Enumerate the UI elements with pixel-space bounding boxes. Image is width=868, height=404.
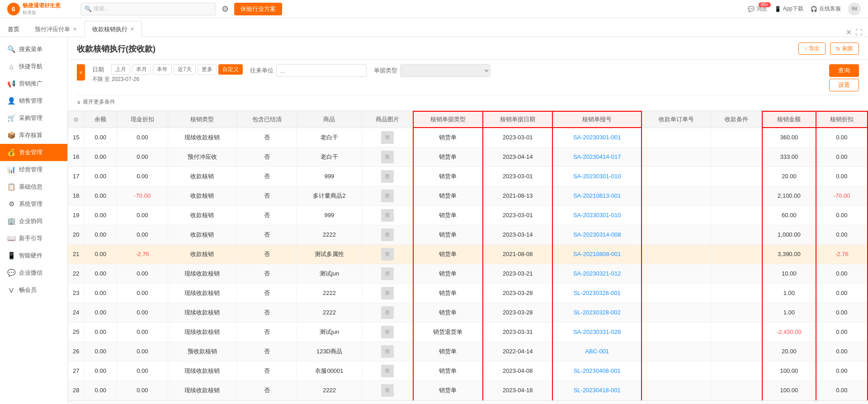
bill-report-no-link[interactable]: SA-20230301-010 bbox=[573, 212, 621, 219]
partner-input[interactable] bbox=[276, 64, 367, 77]
cell-write-off-type: 收款核销 bbox=[168, 205, 237, 225]
tab-receipt[interactable]: 收款核销执行 ✕ bbox=[85, 21, 142, 37]
cell-cash-discount: 0.00 bbox=[117, 128, 168, 147]
tab-prepay[interactable]: 预付冲应付单 ✕ bbox=[27, 21, 85, 37]
sidebar-item-operation[interactable]: 📊 经营管理 bbox=[0, 161, 67, 178]
cell-bill-report-no[interactable]: SL-20230418-001 bbox=[552, 380, 642, 400]
bill-report-no-link[interactable]: SA-20210808-001 bbox=[573, 251, 621, 257]
mobile-icon: 📱 bbox=[774, 6, 781, 12]
sidebar-item-system[interactable]: ⚙ 系统管理 bbox=[0, 195, 67, 213]
app-download-link[interactable]: 📱 App下载 bbox=[774, 5, 803, 13]
this-month-btn[interactable]: 本月 bbox=[132, 64, 151, 75]
cell-bill-report-no[interactable]: SA-20230301-001 bbox=[552, 128, 642, 147]
expand-more-label: 展开更多条件 bbox=[83, 98, 115, 106]
bill-report-no-link[interactable]: SA-20230301-001 bbox=[573, 134, 621, 141]
bill-report-no-link[interactable]: SA-20210813-001 bbox=[573, 192, 621, 199]
cell-write-off-type: 收款核销 bbox=[168, 225, 237, 244]
messages-icon-area[interactable]: 💬 消息 99+ bbox=[748, 5, 767, 13]
cell-write-off-amount: 100.00 bbox=[762, 361, 816, 380]
top-search-bar[interactable]: 🔍 搜索... bbox=[80, 3, 216, 15]
bill-report-no-link[interactable]: SA-20230314-008 bbox=[573, 231, 621, 238]
sidebar-item-basic[interactable]: 📋 基础信息 bbox=[0, 178, 67, 195]
th-bill-report-date: 核销单据日期 bbox=[483, 111, 552, 128]
sidebar-item-corp[interactable]: 🏢 企业协同 bbox=[0, 213, 67, 230]
online-service-link[interactable]: 🎧 在线客服 bbox=[811, 5, 841, 13]
bill-type-select[interactable] bbox=[400, 64, 491, 77]
cell-bill-report-no[interactable]: SA-20230301-010 bbox=[552, 166, 642, 186]
sidebar-item-purchase[interactable]: 🛒 采购管理 bbox=[0, 109, 67, 127]
more-date-btn[interactable]: 更多 bbox=[198, 64, 217, 75]
sidebar-item-quicknav[interactable]: ⌂ 快捷导航 bbox=[0, 58, 67, 75]
cell-receipt-condition bbox=[711, 361, 762, 380]
cell-bill-report-no[interactable]: SA-20210808-001 bbox=[552, 244, 642, 264]
bill-report-no-link[interactable]: SA-20230331-026 bbox=[573, 328, 621, 335]
cell-bill-report-date: 2023-03-31 bbox=[483, 322, 552, 342]
cell-row-num: 25 bbox=[68, 322, 84, 342]
this-year-btn[interactable]: 本年 bbox=[153, 64, 172, 75]
cell-bill-report-no[interactable]: ABC-001 bbox=[552, 342, 642, 361]
user-avatar[interactable]: Rit bbox=[848, 3, 861, 15]
cell-bill-report-no[interactable]: SL-20230408-001 bbox=[552, 361, 642, 380]
close-window-icon[interactable]: ✕ bbox=[846, 28, 852, 37]
last-7-days-btn[interactable]: 近7天 bbox=[174, 64, 196, 75]
sidebar-item-finance[interactable]: 💰 资金管理 bbox=[0, 144, 67, 161]
table-row: 15 0.00 0.00 现续收款核销 否 老白干 图 销货单 2023-03-… bbox=[68, 128, 868, 147]
cell-receipt-condition bbox=[711, 264, 762, 283]
query-button[interactable]: 查询 bbox=[829, 64, 859, 77]
maximize-icon[interactable]: ⛶ bbox=[855, 29, 863, 37]
custom-date-btn[interactable]: 自定义 bbox=[218, 64, 243, 75]
bill-report-no-link[interactable]: SL-20230408-001 bbox=[574, 367, 621, 374]
tab-prepay-close[interactable]: ✕ bbox=[73, 26, 77, 32]
cell-write-off-discount: 0.00 bbox=[816, 205, 868, 225]
sidebar-item-marketing[interactable]: 📢 营销推广 bbox=[0, 75, 67, 92]
export-button[interactable]: ↑ 导出 bbox=[798, 43, 826, 55]
page-header: 收款核销执行(按收款) ↑ 导出 ↻ 刷新 bbox=[68, 37, 868, 60]
bill-report-no-link[interactable]: ABC-001 bbox=[585, 348, 609, 355]
sidebar-item-guide[interactable]: 📖 新手引导 bbox=[0, 230, 67, 247]
table-row: 23 0.00 0.00 现续收款核销 否 2222 图 销货单 2023-03… bbox=[68, 283, 868, 303]
cell-bill-report-no[interactable]: SA-20230331-026 bbox=[552, 322, 642, 342]
refresh-button[interactable]: ↻ 刷新 bbox=[830, 43, 859, 55]
th-settings[interactable]: ⚙ bbox=[68, 111, 84, 128]
sidebar-item-inventory[interactable]: 📦 库存核算 bbox=[0, 127, 67, 144]
bill-report-no-link[interactable]: SL-20230328-001 bbox=[574, 290, 621, 296]
filter-collapse-button[interactable]: « bbox=[77, 64, 85, 81]
cell-balance: 0.00 bbox=[84, 380, 117, 400]
cell-product: 老白干 bbox=[297, 147, 362, 166]
bill-report-no-link[interactable]: SL-20230328-002 bbox=[574, 309, 621, 316]
table-row: 17 0.00 0.00 收款核销 否 999 图 销货单 2023-03-01… bbox=[68, 166, 868, 186]
th-product: 商品 bbox=[297, 111, 362, 128]
bill-report-no-link[interactable]: SL-20230418-001 bbox=[574, 387, 621, 394]
hardware-sidebar-icon: 📱 bbox=[7, 252, 15, 260]
cell-receipt-order-no bbox=[642, 225, 711, 244]
table-container[interactable]: ⚙ 余额 现金折扣 核销类型 包含已结清 商品 商品图片 核销单据类型 核销单据… bbox=[68, 111, 868, 404]
column-settings-icon[interactable]: ⚙ bbox=[73, 116, 79, 123]
cell-bill-report-no[interactable]: SL-20230328-001 bbox=[552, 283, 642, 303]
cell-bill-report-no[interactable]: SA-20210813-001 bbox=[552, 186, 642, 205]
tab-receipt-close[interactable]: ✕ bbox=[130, 26, 134, 32]
cell-bill-report-no[interactable]: SA-20230321-012 bbox=[552, 264, 642, 283]
gear-icon[interactable]: ⚙ bbox=[222, 4, 229, 14]
tab-home[interactable]: 首页 bbox=[0, 21, 27, 37]
sidebar-item-search[interactable]: 🔍 搜索菜单 bbox=[0, 41, 67, 58]
setting-button[interactable]: 设置 bbox=[829, 79, 859, 91]
sidebar-item-vip[interactable]: V 畅会员 bbox=[0, 281, 67, 299]
cell-bill-report-no[interactable]: SA-20230301-010 bbox=[552, 205, 642, 225]
bill-report-no-link[interactable]: SA-20230414-017 bbox=[573, 153, 621, 160]
table-row: 25 0.00 0.00 现续收款核销 否 测试jun 图 销货退货单 2023… bbox=[68, 322, 868, 342]
cell-bill-report-no[interactable]: SA-20230414-017 bbox=[552, 147, 642, 166]
bill-report-no-link[interactable]: SA-20230321-012 bbox=[573, 270, 621, 277]
sidebar-item-hardware[interactable]: 📱 智能硬件 bbox=[0, 247, 67, 264]
sidebar-item-wechat[interactable]: 💬 企业微信 bbox=[0, 264, 67, 281]
cell-bill-report-no[interactable]: SA-20230314-008 bbox=[552, 225, 642, 244]
bill-report-no-link[interactable]: SA-20230301-010 bbox=[573, 173, 621, 180]
cell-bill-report-no[interactable]: SL-20230328-002 bbox=[552, 303, 642, 322]
cell-product-img: 图 bbox=[362, 303, 413, 322]
expand-more-conditions[interactable]: ∨ 展开更多条件 bbox=[77, 95, 859, 106]
sidebar-item-sales[interactable]: 👤 销售管理 bbox=[0, 92, 67, 109]
logo-version: 标准版 bbox=[23, 10, 61, 16]
last-month-btn[interactable]: 上月 bbox=[111, 64, 130, 75]
cell-include-settled: 否 bbox=[237, 205, 297, 225]
industry-solution-button[interactable]: 休验行业方案 bbox=[234, 3, 282, 15]
cell-write-off-discount: -2.76 bbox=[816, 244, 868, 264]
